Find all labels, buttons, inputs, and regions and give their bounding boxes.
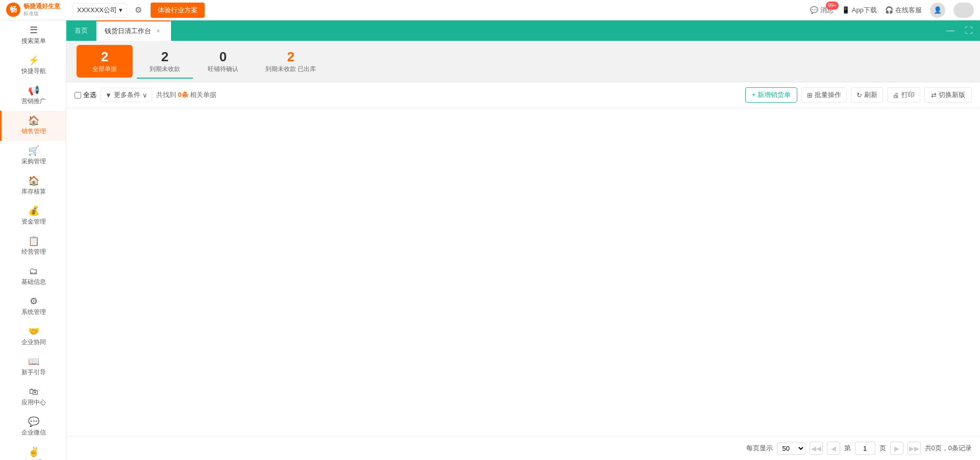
overdue-unpaid-label: 到期未收款 — [150, 65, 180, 74]
result-text: 共找到 0条 相关单据 — [156, 90, 216, 100]
stat-overdue-unpaid[interactable]: 2 到期未收款 — [137, 44, 193, 79]
quick-nav-icon: ⚡ — [28, 56, 39, 65]
sidebar-item-wechat[interactable]: 💬 企业微信 — [0, 412, 66, 442]
last-page-button[interactable]: ▶▶ — [908, 442, 921, 455]
filter-label: 更多条件 — [114, 90, 140, 100]
sidebar-item-guide[interactable]: 📖 新手引导 — [0, 352, 66, 382]
purchase-icon: 🛒 — [28, 146, 39, 155]
select-all-checkbox[interactable]: 全选 — [75, 90, 96, 100]
sidebar-label-finance: 资金管理 — [21, 217, 46, 226]
prev-page-button[interactable]: ◀ — [827, 442, 840, 455]
wechat-icon: 💬 — [28, 417, 39, 426]
sidebar-item-member[interactable]: ✌ 畅会员 — [0, 442, 66, 460]
sidebar-label-wechat: 企业微信 — [21, 428, 46, 437]
all-orders-label: 全部单据 — [92, 65, 117, 74]
logo-icon: 畅 — [6, 3, 20, 17]
sidebar-label-marketing: 营销推广 — [21, 97, 46, 106]
select-all-input[interactable] — [75, 92, 81, 99]
sidebar-label-purchase: 采购管理 — [21, 157, 46, 166]
sidebar-label-inventory: 库存核算 — [21, 187, 46, 196]
next-page-button[interactable]: ▶ — [890, 442, 903, 455]
refresh-button[interactable]: ↻ 刷新 — [851, 87, 883, 103]
sidebar-label-sales: 销售管理 — [21, 127, 46, 136]
sidebar-item-system[interactable]: ⚙ 系统管理 — [0, 292, 66, 322]
per-page-label: 每页显示 — [746, 444, 773, 453]
sidebar-item-quick-nav[interactable]: ⚡ 快捷导航 — [0, 51, 66, 81]
select-all-label: 全选 — [83, 90, 96, 100]
sidebar-item-basic-info[interactable]: 🗂 基础信息 — [0, 261, 66, 292]
content-area: 首页 钱货日清工作台 × — ⛶ 2 全部单据 2 — [66, 20, 980, 460]
company-name: XXXXXX公司 — [77, 6, 117, 15]
system-icon: ⚙ — [30, 297, 38, 306]
message-icon: 💬 — [810, 6, 818, 14]
sidebar-label-operations: 经营管理 — [21, 248, 46, 256]
service-label: 在线客服 — [895, 6, 922, 15]
sidebar-item-marketing[interactable]: 📢 营销推广 — [0, 81, 66, 111]
app-center-icon: 🛍 — [29, 387, 38, 396]
batch-icon: ⊞ — [807, 91, 813, 99]
tab-workbench[interactable]: 钱货日清工作台 × — [96, 20, 171, 41]
toolbar: 全选 ▼ 更多条件 ∨ 共找到 0条 相关单据 + 新增销货单 ⊞ 批量操作 — [66, 82, 980, 108]
print-label: 打印 — [901, 90, 915, 100]
switch-version-button[interactable]: ⇄ 切换新版 — [924, 87, 972, 103]
avatar[interactable]: 👤 — [930, 3, 945, 18]
tab-minimize-button[interactable]: — — [943, 23, 958, 38]
stat-wangpu-confirm[interactable]: 0 旺铺待确认 — [195, 44, 251, 79]
header-right: 💬 消息 99+ 📱 App下载 🎧 在线客服 👤 — [810, 3, 974, 18]
basic-info-icon: 🗂 — [29, 267, 38, 276]
tab-underline — [137, 78, 193, 79]
page-number-input[interactable] — [855, 442, 875, 455]
sidebar-item-search-menu[interactable]: ☰ 搜索菜单 — [0, 20, 66, 51]
sidebar-item-inventory[interactable]: 🏠 库存核算 — [0, 171, 66, 201]
stat-overdue-shipped[interactable]: 2 到期未收款 已出库 — [253, 44, 328, 79]
sidebar-label-basic-info: 基础信息 — [21, 278, 46, 286]
overdue-shipped-number: 2 — [287, 49, 294, 65]
first-page-button[interactable]: ◀◀ — [810, 442, 823, 455]
print-button[interactable]: 🖨 打印 — [887, 87, 920, 103]
sidebar-item-purchase[interactable]: 🛒 采购管理 — [0, 141, 66, 171]
filter-button[interactable]: ▼ 更多条件 ∨ — [101, 88, 152, 102]
stat-all-orders[interactable]: 2 全部单据 — [77, 45, 133, 78]
pagination-bar: 每页显示 50 10 20 100 ◀◀ ◀ 第 页 ▶ ▶▶ 共0页，0条记录 — [66, 436, 980, 460]
tab-home[interactable]: 首页 — [66, 20, 96, 41]
tab-close-button[interactable]: × — [154, 27, 162, 35]
user-icon: 👤 — [934, 6, 942, 14]
sidebar-item-sales[interactable]: 🏠 销售管理 — [0, 111, 66, 141]
table-area — [66, 108, 980, 436]
tab-maximize-button[interactable]: ⛶ — [962, 23, 976, 38]
message-button[interactable]: 💬 消息 99+ — [810, 6, 834, 15]
wangpu-confirm-label: 旺铺待确认 — [208, 65, 238, 74]
sidebar-item-finance[interactable]: 💰 资金管理 — [0, 201, 66, 231]
sidebar: ☰ 搜索菜单 ⚡ 快捷导航 📢 营销推广 🏠 销售管理 🛒 采购管理 🏠 库存核… — [0, 20, 66, 460]
main-layout: ☰ 搜索菜单 ⚡ 快捷导航 📢 营销推广 🏠 销售管理 🛒 采购管理 🏠 库存核… — [0, 20, 980, 460]
filter-icon: ▼ — [105, 91, 112, 99]
company-selector[interactable]: XXXXXX公司 ▾ — [72, 3, 127, 17]
chevron-icon: ∨ — [142, 91, 148, 99]
refresh-label: 刷新 — [864, 90, 877, 100]
search-menu-icon: ☰ — [30, 26, 38, 35]
online-service-button[interactable]: 🎧 在线客服 — [885, 6, 922, 15]
app-download-button[interactable]: 📱 App下载 — [842, 6, 877, 15]
wangpu-confirm-number: 0 — [219, 49, 227, 65]
tab-workbench-label: 钱货日清工作台 — [105, 27, 151, 36]
switch-label: 切换新版 — [939, 90, 965, 100]
stats-bar: 2 全部单据 2 到期未收款 0 旺铺待确认 2 到期未收款 已出库 — [66, 41, 980, 82]
logo-text: 畅捷通好生意 标准版 — [23, 3, 60, 17]
per-page-select[interactable]: 50 10 20 100 — [777, 442, 805, 455]
enterprise-icon: 🤝 — [28, 327, 39, 336]
switch-icon: ⇄ — [931, 91, 937, 99]
tab-home-label: 首页 — [75, 26, 88, 35]
sidebar-item-app-center[interactable]: 🛍 应用中心 — [0, 382, 66, 412]
settings-button[interactable]: ⚙ — [131, 3, 145, 17]
trial-button[interactable]: 体验行业方案 — [151, 3, 205, 18]
sidebar-label-quick-nav: 快捷导航 — [21, 67, 46, 76]
sidebar-item-enterprise[interactable]: 🤝 企业协同 — [0, 322, 66, 352]
batch-button[interactable]: ⊞ 批量操作 — [801, 87, 847, 103]
sidebar-item-operations[interactable]: 📋 经营管理 — [0, 231, 66, 261]
member-icon: ✌ — [28, 447, 39, 456]
all-orders-number: 2 — [101, 49, 108, 65]
batch-label: 批量操作 — [815, 90, 841, 100]
new-order-button[interactable]: + 新增销货单 — [745, 87, 797, 103]
page-end-label: 页 — [879, 444, 886, 453]
toolbar-right: + 新增销货单 ⊞ 批量操作 ↻ 刷新 🖨 打印 ⇄ 切换新版 — [745, 87, 972, 103]
